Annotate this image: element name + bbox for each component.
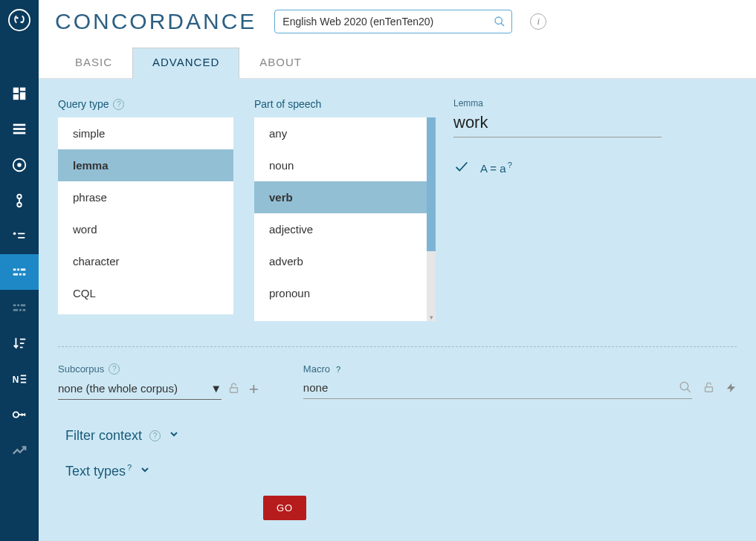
help-icon[interactable]: ?: [113, 99, 124, 110]
search-icon[interactable]: [494, 16, 505, 27]
svg-marker-47: [727, 383, 735, 392]
svg-point-41: [495, 17, 502, 24]
case-toggle[interactable]: A = a?: [453, 158, 737, 177]
svg-rect-23: [23, 273, 26, 276]
sidebar-concordance-icon[interactable]: [0, 254, 39, 290]
pos-option-noun[interactable]: noun: [254, 149, 427, 181]
chevron-down-icon: [168, 428, 180, 444]
query-type-column: Query type ? simple lemma phrase word ch…: [58, 98, 233, 314]
advanced-panel: Query type ? simple lemma phrase word ch…: [39, 79, 756, 541]
pos-option-pronoun[interactable]: pronoun: [254, 277, 427, 309]
svg-rect-6: [13, 94, 19, 100]
pos-scrollbar[interactable]: [427, 117, 436, 321]
sidebar-sort-icon[interactable]: [0, 325, 39, 361]
sidebar-parallel-icon[interactable]: [0, 290, 39, 325]
query-type-option-phrase[interactable]: phrase: [58, 181, 233, 213]
svg-rect-22: [19, 273, 22, 276]
tabs: BASIC ADVANCED ABOUT: [39, 48, 756, 79]
query-type-option-word[interactable]: word: [58, 213, 233, 245]
svg-rect-9: [13, 132, 26, 135]
pos-option-adverb[interactable]: adverb: [254, 245, 427, 277]
chevron-down-icon: ▼: [210, 382, 222, 395]
svg-rect-8: [13, 128, 26, 130]
svg-point-1: [16, 17, 19, 19]
subcorpus-label: Subcorpus ?: [58, 363, 259, 375]
svg-rect-31: [20, 343, 24, 344]
corpus-input[interactable]: [282, 16, 488, 27]
lemma-column: Lemma A = a?: [448, 98, 737, 177]
pos-option-adjective[interactable]: adjective: [254, 213, 427, 245]
sidebar-wordlist-icon[interactable]: [0, 111, 39, 147]
pos-option-any[interactable]: any: [254, 117, 427, 149]
info-icon[interactable]: i: [530, 13, 546, 30]
bolt-icon[interactable]: [726, 381, 737, 398]
help-icon[interactable]: ?: [149, 430, 161, 441]
pos-listbox[interactable]: any noun verb adjective adverb pronoun: [254, 117, 427, 321]
sidebar-thesaurus-icon[interactable]: [0, 183, 39, 218]
svg-rect-27: [13, 309, 18, 311]
svg-rect-5: [20, 92, 25, 100]
filter-context-expander[interactable]: Filter context ?: [65, 428, 737, 444]
pos-scrollbar-thumb[interactable]: [427, 117, 436, 251]
pos-option-verb[interactable]: verb: [254, 181, 427, 213]
svg-rect-36: [21, 382, 26, 383]
sidebar-dotlist-icon[interactable]: [0, 218, 39, 254]
tab-advanced[interactable]: ADVANCED: [132, 48, 239, 79]
svg-point-13: [17, 203, 22, 207]
svg-point-15: [13, 233, 16, 236]
svg-rect-25: [17, 304, 19, 306]
page-title: CONCORDANCE: [55, 9, 256, 34]
svg-rect-3: [13, 88, 19, 93]
svg-rect-29: [23, 309, 26, 311]
case-label: A = a?: [480, 161, 512, 175]
query-type-option-simple[interactable]: simple: [58, 117, 233, 149]
svg-rect-7: [13, 124, 26, 126]
lemma-input[interactable]: [453, 110, 662, 137]
corpus-selector[interactable]: [274, 10, 512, 33]
svg-point-12: [17, 195, 22, 199]
macro-label: Macro?: [303, 363, 737, 375]
svg-rect-28: [19, 309, 22, 311]
svg-rect-30: [20, 339, 25, 340]
app-logo-icon[interactable]: [8, 9, 30, 31]
tab-basic[interactable]: BASIC: [55, 48, 132, 78]
sidebar-target-icon[interactable]: [0, 147, 39, 183]
sidebar-dashboard-icon[interactable]: [0, 76, 39, 111]
query-type-option-character[interactable]: character: [58, 245, 233, 277]
chevron-down-icon: [139, 464, 151, 479]
lemma-field-label: Lemma: [453, 98, 737, 108]
scroll-down-icon[interactable]: ▾: [427, 314, 436, 321]
svg-rect-21: [13, 273, 18, 276]
query-type-listbox[interactable]: simple lemma phrase word character CQL: [58, 117, 233, 314]
macro-column: Macro?: [303, 363, 737, 399]
topbar: CONCORDANCE i: [39, 0, 756, 34]
sidebar-trends-icon[interactable]: [0, 433, 39, 468]
tab-about[interactable]: ABOUT: [239, 48, 322, 78]
svg-rect-19: [17, 268, 19, 270]
text-types-expander[interactable]: Text types?: [65, 463, 737, 479]
main-area: CONCORDANCE i BASIC ADVANCED ABOUT Query…: [39, 0, 756, 541]
subcorpus-select[interactable]: none (the whole corpus) ▼: [58, 379, 222, 400]
check-icon: [453, 158, 470, 177]
lock-icon[interactable]: [227, 382, 240, 398]
help-icon[interactable]: ?: [109, 363, 120, 375]
app-sidebar: N: [0, 0, 39, 541]
sidebar-keywords-icon[interactable]: [0, 397, 39, 433]
sidebar-ngrams-icon[interactable]: N: [0, 361, 39, 397]
macro-input[interactable]: [303, 381, 679, 394]
query-type-option-cql[interactable]: CQL: [58, 277, 233, 309]
subcorpus-column: Subcorpus ? none (the whole corpus) ▼ +: [58, 363, 259, 400]
go-button[interactable]: GO: [263, 496, 306, 520]
svg-point-2: [20, 21, 22, 23]
svg-rect-17: [18, 237, 25, 239]
query-type-option-lemma[interactable]: lemma: [58, 149, 233, 181]
pos-label: Part of speech: [254, 98, 427, 110]
svg-rect-26: [21, 304, 25, 306]
lock-icon[interactable]: [702, 381, 715, 397]
search-icon[interactable]: [679, 380, 692, 394]
add-icon[interactable]: +: [249, 380, 259, 399]
svg-line-42: [501, 23, 504, 26]
svg-point-37: [13, 412, 19, 417]
svg-rect-16: [18, 233, 25, 234]
pos-column: Part of speech any noun verb adjective a…: [254, 98, 427, 321]
